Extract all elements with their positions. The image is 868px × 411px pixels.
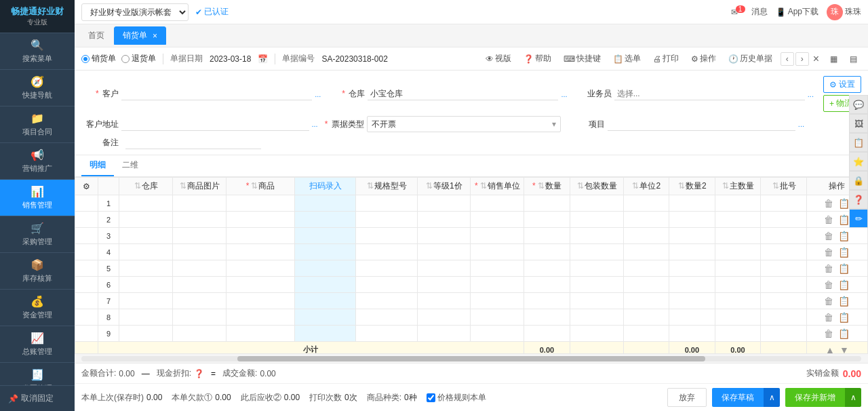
home-tab[interactable]: 首页 [80, 27, 113, 44]
row-unit2-2[interactable] [623, 212, 669, 228]
row-product-4[interactable] [226, 244, 294, 260]
row-batch-8[interactable] [761, 309, 807, 326]
copy-icon-3[interactable]: 📋 [838, 231, 850, 241]
row-qty-5[interactable] [524, 260, 570, 277]
grid-view-button[interactable]: ▦ [826, 53, 842, 65]
message-button[interactable]: ✉ 1 消息 [731, 6, 768, 18]
row-pack-9[interactable] [570, 326, 623, 342]
warehouse-input[interactable] [368, 87, 558, 100]
th-price[interactable]: ⇅等级1价 [417, 178, 471, 195]
th-settings[interactable]: ⚙ [75, 178, 98, 195]
row-unit2-7[interactable] [623, 293, 669, 309]
row-unit2-9[interactable] [623, 326, 669, 342]
row-unit2-6[interactable] [623, 277, 669, 293]
row-pack-2[interactable] [570, 212, 623, 228]
row-main-qty-7[interactable] [715, 293, 761, 309]
row-qty2-5[interactable] [669, 260, 715, 277]
ops-button[interactable]: ⚙ 操作 [687, 52, 720, 66]
help-button[interactable]: ❓ 帮助 [519, 52, 555, 66]
sidebar-item-4[interactable]: 📊销售管理 [0, 180, 75, 216]
delete-icon-2[interactable]: 🗑 [824, 214, 833, 225]
row-unit-2[interactable] [471, 212, 524, 228]
row-barcode-8[interactable] [295, 309, 356, 326]
calendar-icon[interactable]: 📅 [258, 54, 268, 64]
row-unit2-8[interactable] [623, 309, 669, 326]
row-qty2-6[interactable] [669, 277, 715, 293]
row-barcode-7[interactable] [295, 293, 356, 309]
th-spec[interactable]: ⇅规格型号 [356, 178, 417, 195]
save-draft-dropdown-button[interactable]: ∧ [764, 388, 780, 407]
right-tool-image[interactable]: 🖼 [849, 114, 868, 133]
row-spec-3[interactable] [356, 228, 417, 244]
row-price-1[interactable] [417, 195, 471, 212]
horizontal-scrollbar[interactable] [75, 353, 868, 363]
right-tool-chat[interactable]: 💬 [849, 95, 868, 114]
delete-icon-8[interactable]: 🗑 [824, 312, 833, 323]
row-product-3[interactable] [226, 228, 294, 244]
view-button[interactable]: 👁 视版 [481, 52, 515, 66]
th-unit2[interactable]: ⇅单位2 [623, 178, 669, 195]
copy-icon-8[interactable]: 📋 [838, 312, 850, 323]
sidebar-item-8[interactable]: 📈总账管理 [0, 326, 75, 363]
row-unit2-4[interactable] [623, 244, 669, 260]
row-main-qty-9[interactable] [715, 326, 761, 342]
row-warehouse-6[interactable] [119, 277, 173, 293]
row-product-2[interactable] [226, 212, 294, 228]
row-batch-1[interactable] [761, 195, 807, 212]
row-main-qty-6[interactable] [715, 277, 761, 293]
copy-icon-6[interactable]: 📋 [838, 279, 850, 290]
row-price-7[interactable] [417, 293, 471, 309]
list-view-button[interactable]: ▤ [846, 53, 861, 65]
row-qty2-3[interactable] [669, 228, 715, 244]
th-pack[interactable]: ⇅包装数量 [570, 178, 623, 195]
address-lookup-button[interactable]: ... [312, 120, 318, 128]
row-qty-7[interactable] [524, 293, 570, 309]
right-tool-edit[interactable]: ✏ [849, 209, 868, 228]
row-spec-7[interactable] [356, 293, 417, 309]
salesperson-input[interactable] [614, 87, 805, 100]
save-new-dropdown-button[interactable]: ∧ [845, 388, 861, 407]
th-qty2[interactable]: ⇅数量2 [669, 178, 715, 195]
row-qty-9[interactable] [524, 326, 570, 342]
row-product-8[interactable] [226, 309, 294, 326]
row-batch-4[interactable] [761, 244, 807, 260]
right-tool-help[interactable]: ❓ [849, 190, 868, 209]
row-unit2-1[interactable] [623, 195, 669, 212]
row-batch-6[interactable] [761, 277, 807, 293]
row-price-8[interactable] [417, 309, 471, 326]
th-batch[interactable]: ⇅批号 [761, 178, 807, 195]
row-pack-5[interactable] [570, 260, 623, 277]
delete-icon-1[interactable]: 🗑 [824, 198, 833, 209]
row-spec-9[interactable] [356, 326, 417, 342]
copy-icon-1[interactable]: 📋 [838, 198, 850, 209]
row-barcode-1[interactable] [295, 195, 356, 212]
row-pack-1[interactable] [570, 195, 623, 212]
row-spec-2[interactable] [356, 212, 417, 228]
price-check-label[interactable]: 价格规则本单 [427, 392, 486, 404]
th-qty[interactable]: *⇅数量 [524, 178, 570, 195]
row-barcode-6[interactable] [295, 277, 356, 293]
row-pack-8[interactable] [570, 309, 623, 326]
radio-return-order[interactable]: 退货单 [121, 53, 156, 64]
row-qty2-7[interactable] [669, 293, 715, 309]
shortcut-button[interactable]: ⌨ 快捷键 [559, 52, 605, 66]
tab-mingxi[interactable]: 明细 [81, 155, 114, 176]
sale-order-tab[interactable]: 销货单 × [114, 26, 166, 45]
th-product[interactable]: *⇅商品 [226, 178, 294, 195]
row-main-qty-1[interactable] [715, 195, 761, 212]
address-input[interactable] [121, 118, 309, 131]
row-spec-1[interactable] [356, 195, 417, 212]
salesperson-lookup-button[interactable]: ... [808, 90, 814, 98]
note-input[interactable] [125, 136, 261, 149]
sidebar-item-5[interactable]: 🛒采购管理 [0, 216, 75, 253]
customer-lookup-button[interactable]: ... [315, 90, 321, 98]
right-tool-star[interactable]: ⭐ [849, 152, 868, 171]
print-button[interactable]: 🖨 打印 [649, 52, 683, 66]
row-qty-8[interactable] [524, 309, 570, 326]
delete-icon-5[interactable]: 🗑 [824, 263, 833, 274]
row-barcode-5[interactable] [295, 260, 356, 277]
price-check-checkbox[interactable] [427, 393, 435, 402]
project-input[interactable] [608, 118, 795, 131]
choose-order-button[interactable]: 📋 选单 [609, 52, 645, 66]
row-main-qty-2[interactable] [715, 212, 761, 228]
